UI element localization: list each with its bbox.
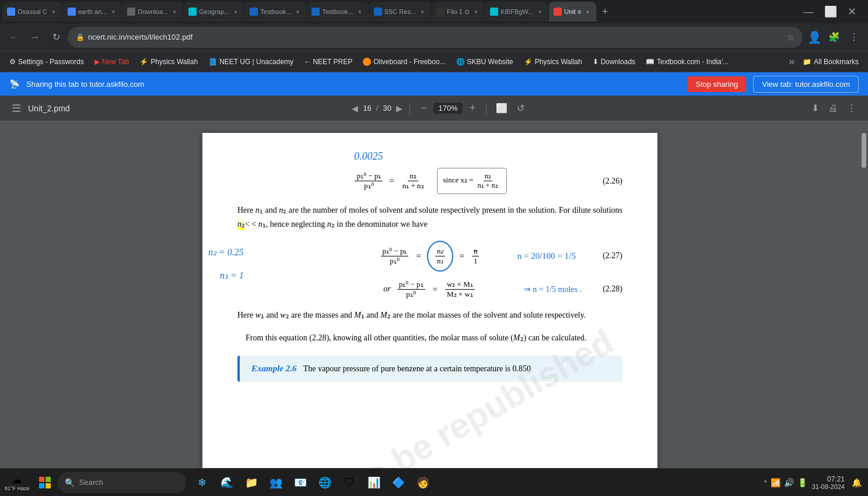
tab-4[interactable]: Geograp... × bbox=[184, 2, 244, 22]
bookmark-settings[interactable]: ⚙ Settings - Passwords bbox=[5, 55, 89, 68]
nav-right: 👤 🧩 ⋮ bbox=[805, 28, 863, 47]
bookmark-textbook[interactable]: 📖 Textbook.com - India'... bbox=[641, 55, 733, 68]
start-button[interactable] bbox=[34, 472, 55, 493]
close-button[interactable]: ✕ bbox=[843, 5, 861, 18]
bookmark-downloads[interactable]: ⬇ Downloads bbox=[588, 55, 640, 68]
svg-rect-1 bbox=[46, 477, 51, 482]
pdf-scrollbar[interactable] bbox=[860, 121, 868, 468]
tab-close-9[interactable]: × bbox=[536, 8, 544, 16]
svg-rect-2 bbox=[39, 483, 44, 488]
taskbar-app-excel[interactable]: 📊 bbox=[362, 471, 386, 494]
pdf-menu-button[interactable]: ☰ bbox=[9, 100, 23, 117]
taskbar-app-user[interactable]: 🧑 bbox=[411, 471, 435, 494]
taskbar-app-edge[interactable]: 🌊 bbox=[215, 471, 239, 494]
taskbar-clock[interactable]: 07:21 31-08-2024 bbox=[812, 475, 845, 490]
tab-3[interactable]: Downloa... × bbox=[123, 2, 183, 22]
pdf-scrollbar-thumb[interactable] bbox=[862, 133, 866, 168]
tab-5[interactable]: Testbook... × bbox=[245, 2, 306, 22]
pdf-more-button[interactable]: ⋮ bbox=[845, 100, 859, 116]
rotate-button[interactable]: ↺ bbox=[514, 100, 527, 116]
back-button[interactable]: ← bbox=[5, 28, 23, 47]
bookmark-pw1[interactable]: ⚡ Physics Wallah bbox=[135, 55, 202, 68]
next-page-button[interactable]: ▶ bbox=[396, 104, 402, 113]
notification-button[interactable]: 🔔 bbox=[849, 476, 863, 490]
taskbar-app-msedge2[interactable]: 🔷 bbox=[387, 471, 410, 494]
sharing-icon: 📡 bbox=[9, 79, 19, 89]
bookmark-skbu[interactable]: 🌐 SKBU Website bbox=[452, 55, 518, 68]
tab-close-3[interactable]: × bbox=[170, 8, 178, 16]
all-bookmarks-button[interactable]: 📁 All Bookmarks bbox=[798, 55, 863, 68]
tab-close-5[interactable]: × bbox=[293, 8, 302, 16]
taskbar-app-widget[interactable]: ❄ bbox=[191, 471, 214, 494]
restore-button[interactable]: ⬜ bbox=[820, 5, 842, 18]
zoom-out-button[interactable]: − bbox=[417, 101, 430, 115]
tab-close-1[interactable]: × bbox=[50, 8, 58, 16]
zoom-in-button[interactable]: + bbox=[466, 101, 480, 115]
tab-favicon-7 bbox=[374, 8, 382, 16]
taskbar-app-shield[interactable]: 🛡 bbox=[338, 471, 361, 494]
stop-sharing-button[interactable]: Stop sharing bbox=[687, 76, 746, 92]
volume-icon[interactable]: 🔊 bbox=[784, 478, 794, 487]
address-bar[interactable]: 🔒 ncert.nic.in/ncerts/l/lech102.pdf ☆ bbox=[68, 27, 803, 48]
fit-page-button[interactable]: ⬜ bbox=[494, 100, 510, 116]
tab-2[interactable]: earth an... × bbox=[63, 2, 123, 22]
tab-7[interactable]: SSC Res... × bbox=[369, 2, 431, 22]
tab-title-7: SSC Res... bbox=[384, 8, 416, 15]
fraction-p1-2-28: p₁⁰ − p₁ p₁⁰ bbox=[397, 280, 425, 299]
notification-icon: 🔔 bbox=[852, 478, 862, 487]
annotation-0025: 0.0025 bbox=[354, 150, 383, 163]
tab-close-8[interactable]: × bbox=[472, 8, 480, 16]
tray-expand-icon[interactable]: ^ bbox=[764, 479, 767, 486]
tab-10[interactable]: Unit ≡ × bbox=[549, 2, 596, 22]
taskbar-app-teams[interactable]: 👥 bbox=[264, 471, 288, 494]
window-controls: — ⬜ ✕ bbox=[799, 5, 866, 18]
bookmark-star-icon[interactable]: ☆ bbox=[787, 33, 794, 42]
tab-close-4[interactable]: × bbox=[232, 8, 240, 16]
print-button[interactable]: 🖨 bbox=[826, 101, 840, 116]
network-icon[interactable]: 📶 bbox=[771, 478, 780, 487]
bookmark-newtab[interactable]: ▶ New Tab bbox=[90, 55, 134, 68]
taskbar-app-chrome[interactable]: 🌐 bbox=[313, 471, 337, 494]
pdf-current-page: 16 bbox=[363, 104, 371, 112]
highlighted-n2: n₂ bbox=[237, 220, 245, 228]
new-tab-button[interactable]: + bbox=[597, 3, 613, 20]
tab-title-6: Testbook... bbox=[322, 8, 353, 15]
bookmark-pw2[interactable]: ⚡ Physics Wallah bbox=[519, 55, 587, 68]
tab-8[interactable]: Filo 1 ⊙ × bbox=[432, 2, 485, 22]
reload-button[interactable]: ↻ bbox=[47, 28, 65, 47]
example-title: Example 2.6 bbox=[251, 364, 297, 373]
bookmark-neet[interactable]: 📘 NEET UG | Unacademy bbox=[204, 55, 298, 68]
tab-close-7[interactable]: × bbox=[418, 8, 426, 16]
tab-9[interactable]: KlBFBgW... × bbox=[485, 2, 548, 22]
bookmark-oliveboard[interactable]: Oliveboard - Freeboo... bbox=[358, 55, 450, 68]
tab-favicon-9 bbox=[490, 8, 498, 16]
forward-button[interactable]: → bbox=[26, 28, 44, 47]
tab-close-6[interactable]: × bbox=[356, 8, 364, 16]
taskbar-search-bar[interactable]: 🔍 Search bbox=[58, 472, 186, 493]
view-tab-button[interactable]: View tab: tutor.askfilo.com bbox=[753, 76, 859, 93]
download-pdf-button[interactable]: ⬇ bbox=[809, 100, 821, 116]
bookmarks-overflow-button[interactable]: » bbox=[786, 55, 797, 68]
taskbar-app-filemanager[interactable]: 📁 bbox=[240, 471, 263, 494]
bookmark-textbook-label: Textbook.com - India'... bbox=[657, 58, 729, 66]
teams-icon: 👥 bbox=[270, 476, 282, 489]
tab-1[interactable]: Osassal C × bbox=[2, 2, 62, 22]
tab-6[interactable]: Testbook... × bbox=[307, 2, 368, 22]
bookmark-oliveboard-label: Oliveboard - Freeboo... bbox=[373, 58, 445, 66]
fraction-wm-2-28: w₂ × M₁ M₂ × w₁ bbox=[445, 280, 475, 299]
taskbar-app-outlook[interactable]: 📧 bbox=[289, 471, 312, 494]
bookmark-neetprep[interactable]: ← NEET PREP bbox=[299, 55, 357, 68]
fraction-n-2-26: n₂ n₁ + n₂ bbox=[401, 171, 426, 191]
prev-page-button[interactable]: ◀ bbox=[352, 104, 358, 113]
profile-button[interactable]: 👤 bbox=[805, 28, 824, 47]
tab-close-2[interactable]: × bbox=[109, 8, 117, 16]
menu-button[interactable]: ⋮ bbox=[845, 28, 863, 47]
text-block-1: Here n₁ and n₂ are the number of moles o… bbox=[237, 203, 622, 231]
extensions-button[interactable]: 🧩 bbox=[825, 28, 844, 47]
weather-text: 81°F Haze bbox=[5, 486, 30, 492]
tab-close-10[interactable]: × bbox=[583, 8, 592, 16]
annotation-n-calc: n = 20/100 = 1/5 bbox=[517, 251, 576, 261]
minimize-button[interactable]: — bbox=[799, 6, 818, 18]
battery-icon[interactable]: 🔋 bbox=[797, 478, 807, 487]
pdf-page-controls: ◀ 16 / 30 ▶ bbox=[352, 104, 402, 113]
